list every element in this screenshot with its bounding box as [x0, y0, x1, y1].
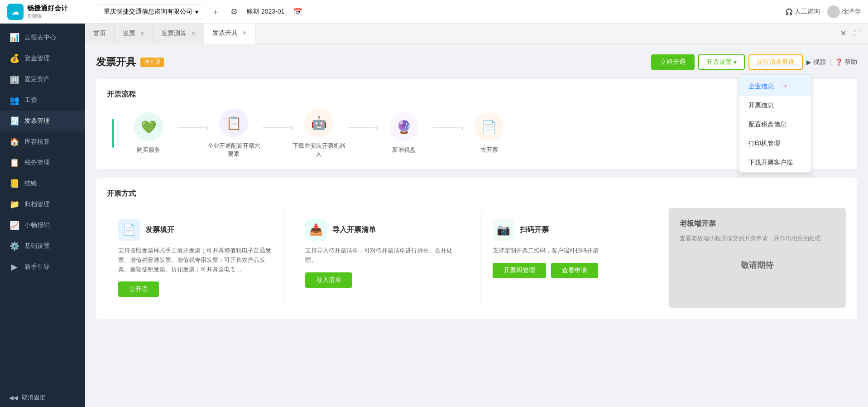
method-card-import: 📥 导入开票清单 支持导入待开票清单，可对待开票清单进行拆分、合并处理。 导入清…	[294, 208, 472, 308]
flow-steps: 💚 购买服务 📋 企业开通配置开票六要素 🤖 下载并安装开票机器	[107, 108, 846, 158]
tab-bar: 首页 发票 ✕ 发票测算 ✕ 发票开具 ✕ ✕ ⛶	[85, 24, 868, 44]
sidebar-item-archive[interactable]: 📁 归档管理	[0, 194, 85, 215]
company-dropdown-icon: ▾	[195, 8, 198, 15]
method-section: 开票方式 📄 发票填开 支持按照发票样式手工填开发票；可开具增值税电子普通发票、…	[96, 178, 857, 319]
step1-label: 购买服务	[137, 146, 160, 154]
period-label: 账期 2023-01	[247, 8, 284, 16]
tab-invoice[interactable]: 发票 ✕	[115, 24, 153, 44]
page-title: 发票开具	[96, 55, 136, 69]
flow-step-4: 🔮 新增税盘	[377, 112, 431, 154]
step2-icon: 📋	[219, 108, 248, 137]
sidebar-item-settings[interactable]: ⚙️ 基础设置	[0, 236, 85, 257]
fill-method-title: 发票填开	[145, 225, 174, 235]
guide-icon: ▶	[9, 262, 20, 272]
play-icon: ▶	[806, 58, 811, 66]
method-card-boss: 老板端开票 查看老板端小程序提交的开票申请，并作出相应的处理 敬请期待	[668, 208, 846, 308]
dropdown-item-download-client[interactable]: 下载开票客户端	[739, 153, 811, 172]
sidebar-item-expense[interactable]: 📈 小畅报销	[0, 215, 85, 236]
app-logo-icon: ☁	[7, 4, 24, 20]
boss-method-desc: 查看老板端小程序提交的开票申请，并作出相应的处理	[680, 234, 835, 243]
user-avatar	[827, 5, 840, 18]
header-actions: 立即开通 开票设置 ▾ 企业信息 →	[651, 54, 857, 70]
method-card-fill: 📄 发票填开 支持按照发票样式手工填开发票；可开具增值税电子普通发票、增值税普通…	[107, 208, 285, 308]
user-menu[interactable]: 徐泽华	[827, 5, 861, 18]
step5-label: 去开票	[480, 146, 498, 154]
sidebar-item-fixed-assets[interactable]: 🏢 固定资产	[0, 69, 85, 90]
fixed-assets-icon: 🏢	[9, 74, 20, 84]
red-arrow-icon: →	[779, 80, 788, 90]
unpin-icon: ◀◀	[9, 394, 18, 401]
calendar-icon[interactable]: 📅	[292, 5, 304, 18]
dropdown-item-tax-config[interactable]: 配置税盘信息	[739, 115, 811, 134]
payroll-icon: 👥	[9, 95, 20, 105]
tab-home[interactable]: 首页	[85, 24, 115, 44]
fill-method-icon: 📄	[118, 219, 140, 241]
tab-expand-button[interactable]: ⛶	[852, 28, 863, 39]
add-button[interactable]: ＋	[210, 5, 221, 19]
dropdown-item-company-info[interactable]: 企业信息 →	[739, 75, 811, 96]
inventory-icon: 🏠	[9, 137, 20, 147]
help-icon: ❓	[835, 58, 843, 66]
method-cards: 📄 发票填开 支持按照发票样式手工填开发票；可开具增值税电子普通发票、增值税普通…	[107, 208, 846, 308]
closing-icon: 📒	[9, 179, 20, 189]
video-button[interactable]: ▶ 视频	[806, 58, 826, 66]
sidebar-item-closing[interactable]: 📒 结账	[0, 173, 85, 194]
dropdown-arrow-icon: ▾	[734, 58, 737, 66]
step-divider-3	[348, 127, 375, 128]
tax-icon: 📋	[9, 158, 20, 168]
step4-icon: 🔮	[389, 112, 418, 141]
sidebar-item-finance[interactable]: 💰 资金管理	[0, 48, 85, 69]
flow-step-3: 🤖 下载并安装开票机器人	[292, 108, 346, 158]
method-section-title: 开票方式	[107, 189, 846, 199]
cloud-reports-icon: 📊	[9, 33, 20, 43]
step-divider-2	[263, 127, 290, 128]
dropdown-item-printer[interactable]: 打印机管理	[739, 134, 811, 153]
page-header: 发票开具 待开通 立即开通 开票设置 ▾	[96, 54, 857, 70]
activate-button[interactable]: 立即开通	[651, 54, 695, 70]
settings-button[interactable]: ⚙	[229, 5, 240, 19]
unpin-button[interactable]: ◀◀ 取消固定	[0, 388, 85, 407]
sidebar-item-payroll[interactable]: 👥 工资	[0, 90, 85, 111]
tab-invoice-issue-close[interactable]: ✕	[242, 30, 247, 36]
coming-soon-text: 敬请期待	[680, 251, 835, 280]
import-method-icon: 📥	[305, 219, 327, 241]
company-name: 重庆畅捷交通信息咨询有限公司	[104, 8, 192, 16]
view-apply-button[interactable]: 查看申请	[551, 263, 598, 278]
sidebar-item-tax[interactable]: 📋 税务管理	[0, 152, 85, 173]
sidebar-item-cloud-reports[interactable]: 📊 云报表中心	[0, 27, 85, 48]
sidebar-item-invoice[interactable]: 🧾 发票管理	[0, 111, 85, 131]
content-body: 发票开具 待开通 立即开通 开票设置 ▾	[85, 44, 868, 407]
sidebar-item-guide[interactable]: ▶ 新手引导	[0, 257, 85, 277]
company-selector[interactable]: 重庆畅捷交通信息咨询有限公司 ▾	[98, 5, 204, 19]
tab-invoice-calc-close[interactable]: ✕	[191, 30, 196, 37]
help-button[interactable]: ❓ 帮助	[835, 58, 857, 66]
fill-invoice-button[interactable]: 去开票	[118, 281, 159, 297]
import-list-button[interactable]: 导入清单	[305, 272, 352, 288]
dropdown-item-invoice-info[interactable]: 开票信息	[739, 96, 811, 115]
tab-invoice-calc[interactable]: 发票测算 ✕	[153, 24, 204, 44]
step1-icon: 💚	[134, 112, 163, 141]
exception-list-button[interactable]: 异常清单查询	[748, 54, 803, 70]
invoice-icon: 🧾	[9, 116, 20, 126]
step-divider-1	[177, 127, 205, 128]
tab-close-button[interactable]: ✕	[839, 27, 848, 39]
settings-dropdown-button[interactable]: 开票设置 ▾	[698, 54, 745, 70]
settings-icon: ⚙️	[9, 241, 20, 251]
qrcode-manage-button[interactable]: 开票码管理	[493, 263, 546, 278]
tab-invoice-close[interactable]: ✕	[140, 30, 144, 37]
scan-method-title: 扫码开票	[520, 225, 549, 235]
tab-invoice-issue[interactable]: 发票开具 ✕	[204, 24, 255, 44]
settings-dropdown-menu: 企业信息 → 开票信息 配置税盘信息 打印机管理	[739, 74, 811, 173]
app-edition: 旗舰版	[27, 13, 68, 19]
step4-label: 新增税盘	[392, 146, 416, 154]
finance-icon: 💰	[9, 53, 20, 63]
consult-button[interactable]: 🎧 人工咨询	[785, 8, 820, 16]
headset-icon: 🎧	[785, 8, 793, 15]
scan-method-desc: 支持定制开票二维码，客户端可扫码开票	[493, 246, 648, 256]
sidebar-item-inventory[interactable]: 🏠 库存核算	[0, 131, 85, 152]
expense-icon: 📈	[9, 220, 20, 230]
step5-icon: 📄	[475, 112, 504, 141]
scan-method-icon: 📷	[493, 219, 514, 241]
step-divider-4	[433, 127, 460, 128]
archive-icon: 📁	[9, 199, 20, 209]
